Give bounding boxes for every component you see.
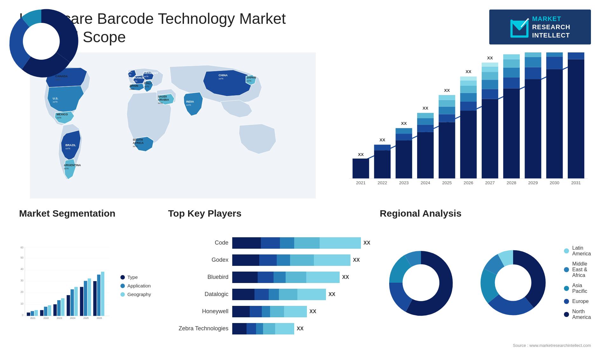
svg-text:U.K.: U.K. [126, 70, 132, 73]
svg-rect-84 [503, 59, 520, 68]
svg-text:xx%: xx% [130, 88, 134, 91]
svg-rect-99 [568, 59, 584, 179]
svg-rect-40 [353, 158, 369, 179]
svg-rect-139 [93, 281, 97, 316]
svg-rect-47 [396, 140, 412, 179]
player-name-godex: Godex [168, 257, 228, 263]
svg-rect-67 [460, 93, 477, 102]
svg-rect-127 [53, 304, 57, 316]
svg-rect-94 [546, 69, 563, 179]
svg-rect-90 [525, 57, 541, 67]
svg-text:SAUDI: SAUDI [158, 95, 167, 98]
svg-rect-129 [61, 298, 64, 316]
svg-rect-55 [417, 113, 434, 118]
legend-dot-type [120, 275, 125, 280]
svg-text:xx%: xx% [53, 100, 58, 103]
svg-rect-76 [482, 72, 498, 80]
svg-rect-81 [503, 88, 520, 178]
regional-section: Regional Analysis [380, 208, 591, 348]
svg-rect-43 [374, 150, 390, 179]
svg-text:XX: XX [379, 138, 385, 142]
svg-text:2023: 2023 [399, 181, 409, 185]
svg-rect-88 [525, 79, 541, 179]
page-container: Healthcare Barcode Technology Market Siz… [0, 0, 610, 364]
player-bar-code: XX [232, 237, 370, 249]
svg-rect-83 [503, 68, 520, 78]
svg-text:xx%: xx% [144, 85, 149, 88]
source-text: Source : www.marketresearchintellect.com [380, 343, 591, 348]
svg-text:2031: 2031 [571, 181, 581, 185]
svg-text:INDIA: INDIA [186, 100, 194, 103]
svg-point-144 [23, 23, 60, 60]
svg-text:ITALY: ITALY [144, 82, 152, 85]
svg-rect-135 [80, 287, 84, 316]
seg-chart-svg: 0 10 20 30 40 50 60 [19, 224, 111, 348]
svg-text:XX: XX [401, 121, 407, 126]
svg-text:2025: 2025 [442, 181, 452, 185]
dot-latin-america [564, 248, 569, 253]
svg-rect-75 [482, 80, 498, 89]
logo-text: MARKET RESEARCH INTELLECT [532, 15, 570, 39]
player-name-zebra: Zebra Technologies [168, 325, 228, 332]
svg-text:xx%: xx% [133, 145, 138, 148]
player-row-zebra: Zebra Technologies XX [168, 323, 370, 334]
svg-rect-132 [71, 289, 74, 316]
legend-europe: Europe [564, 299, 591, 304]
svg-rect-120 [31, 311, 34, 316]
legend-middle-east-africa: Middle East &Africa [564, 261, 591, 278]
svg-text:40: 40 [20, 267, 24, 271]
svg-rect-95 [546, 57, 563, 69]
svg-rect-78 [482, 63, 498, 67]
donut-chart [380, 241, 462, 324]
donut-area: Latin America Middle East &Africa Asia P… [380, 224, 591, 341]
players-list: Code XX Godex [168, 224, 370, 348]
player-xx-datalogic: XX [329, 292, 335, 297]
logo-container: MARKET RESEARCH INTELLECT [489, 10, 591, 44]
svg-point-143 [403, 264, 439, 301]
player-name-honeywell: Honeywell [168, 308, 228, 315]
svg-text:xx%: xx% [132, 80, 137, 83]
svg-rect-85 [503, 54, 520, 59]
player-name-datalogic: Datalogic [168, 291, 228, 298]
svg-rect-119 [27, 313, 30, 316]
svg-rect-49 [396, 128, 412, 134]
svg-text:ARGENTINA: ARGENTINA [64, 164, 81, 167]
legend-latin-america: Latin America [564, 245, 591, 257]
svg-rect-96 [546, 52, 563, 57]
bottom-section: Market Segmentation 0 10 20 30 40 50 60 [19, 208, 591, 348]
svg-text:xx%: xx% [64, 167, 69, 170]
legend-north-america: North America [564, 309, 591, 320]
players-title: Top Key Players [168, 208, 370, 219]
player-bar-bluebird: XX [232, 272, 370, 283]
svg-rect-66 [460, 102, 477, 111]
top-section: CANADA xx% U.S. xx% MEXICO xx% BRAZIL xx… [19, 52, 591, 199]
player-name-bluebird: Bluebird [168, 274, 228, 280]
bar-chart: XX 2021 XX 2022 XX 2023 [339, 52, 591, 199]
svg-rect-73 [482, 99, 498, 179]
svg-rect-137 [88, 279, 91, 316]
svg-text:xx%: xx% [126, 73, 131, 76]
seg-bar-chart: 0 10 20 30 40 50 60 [19, 224, 111, 348]
svg-text:JAPAN: JAPAN [247, 76, 256, 79]
svg-rect-74 [482, 89, 498, 99]
svg-rect-141 [101, 272, 105, 316]
svg-text:2024: 2024 [70, 317, 75, 320]
svg-rect-44 [374, 145, 390, 151]
svg-text:xx%: xx% [247, 79, 251, 82]
svg-rect-69 [460, 80, 477, 86]
svg-text:SPAIN: SPAIN [130, 84, 138, 87]
players-section: Top Key Players Code XX [168, 208, 370, 348]
svg-text:xx%: xx% [65, 147, 70, 150]
legend-asia-pacific: Asia Pacific [564, 283, 591, 294]
svg-rect-61 [439, 100, 455, 107]
svg-text:CHINA: CHINA [219, 74, 228, 77]
svg-text:GERMANY: GERMANY [144, 71, 158, 75]
svg-text:xx%: xx% [144, 75, 148, 78]
svg-text:XX: XX [423, 106, 428, 111]
player-row-godex: Godex XX [168, 254, 370, 266]
svg-rect-131 [67, 295, 70, 316]
svg-rect-133 [74, 287, 78, 316]
dot-asia-pacific [564, 286, 569, 291]
svg-text:2029: 2029 [528, 181, 538, 185]
svg-text:ARABIA: ARABIA [158, 98, 169, 101]
